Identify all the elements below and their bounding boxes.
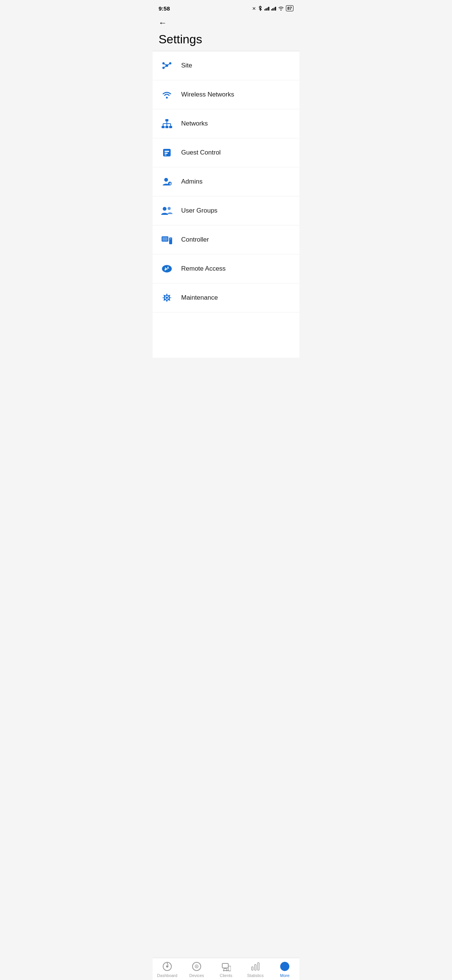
wireless-networks-icon: [160, 88, 174, 102]
back-button[interactable]: ←: [159, 18, 167, 28]
status-icons: ⨯ 87: [252, 5, 293, 11]
svg-rect-20: [165, 154, 167, 155]
bluetooth-icon: ⨯: [252, 6, 256, 11]
signal-bars-1: [265, 6, 269, 11]
menu-label-guest-control: Guest Control: [181, 149, 221, 156]
menu-label-admins: Admins: [181, 178, 203, 185]
menu-label-maintenance: Maintenance: [181, 294, 218, 302]
menu-label-user-groups: User Groups: [181, 207, 217, 215]
header-area: ← Settings: [152, 15, 300, 51]
menu-item-admins[interactable]: ⚙ Admins: [152, 167, 300, 196]
menu-label-site: Site: [181, 62, 192, 69]
site-icon: [160, 59, 174, 72]
page-title: Settings: [159, 32, 293, 46]
svg-rect-29: [170, 238, 171, 239]
svg-rect-19: [165, 153, 168, 154]
svg-point-7: [166, 97, 168, 99]
signal-bars-2: [271, 6, 276, 11]
menu-item-controller[interactable]: Controller: [152, 225, 300, 255]
svg-rect-10: [165, 126, 168, 128]
wifi-status-icon: [278, 6, 284, 11]
menu-label-networks: Networks: [181, 120, 208, 127]
menu-item-site[interactable]: Site: [152, 51, 300, 80]
svg-rect-8: [165, 119, 168, 121]
menu-item-networks[interactable]: Networks: [152, 109, 300, 138]
remote-access-icon: [160, 262, 174, 275]
menu-label-wireless-networks: Wireless Networks: [181, 91, 234, 99]
guest-control-icon: [160, 146, 174, 159]
menu-label-remote-access: Remote Access: [181, 265, 226, 272]
menu-item-remote-access[interactable]: Remote Access: [152, 255, 300, 283]
bluetooth-icon: [258, 6, 263, 11]
menu-item-wireless-networks[interactable]: Wireless Networks: [152, 80, 300, 109]
networks-icon: [160, 117, 174, 130]
status-time: 9:58: [159, 5, 170, 12]
battery-icon: 87: [286, 5, 293, 11]
svg-point-33: [165, 269, 166, 270]
svg-rect-18: [165, 151, 169, 152]
menu-item-user-groups[interactable]: User Groups: [152, 196, 300, 225]
svg-point-24: [163, 207, 167, 211]
status-bar: 9:58 ⨯ 87: [152, 0, 300, 15]
svg-point-25: [168, 207, 171, 210]
menu-item-maintenance[interactable]: Maintenance: [152, 283, 300, 312]
controller-icon: [160, 233, 174, 247]
svg-rect-11: [169, 126, 172, 128]
svg-point-35: [166, 297, 168, 299]
user-groups-icon: [160, 204, 174, 218]
menu-item-guest-control[interactable]: Guest Control: [152, 138, 300, 167]
svg-point-21: [164, 178, 168, 182]
svg-rect-9: [162, 126, 165, 128]
admins-icon: ⚙: [160, 175, 174, 188]
svg-text:⚙: ⚙: [169, 183, 171, 185]
svg-rect-27: [162, 237, 168, 241]
maintenance-icon: [160, 291, 174, 305]
settings-menu: Site Wireless Networks: [152, 51, 300, 358]
menu-label-controller: Controller: [181, 236, 209, 243]
